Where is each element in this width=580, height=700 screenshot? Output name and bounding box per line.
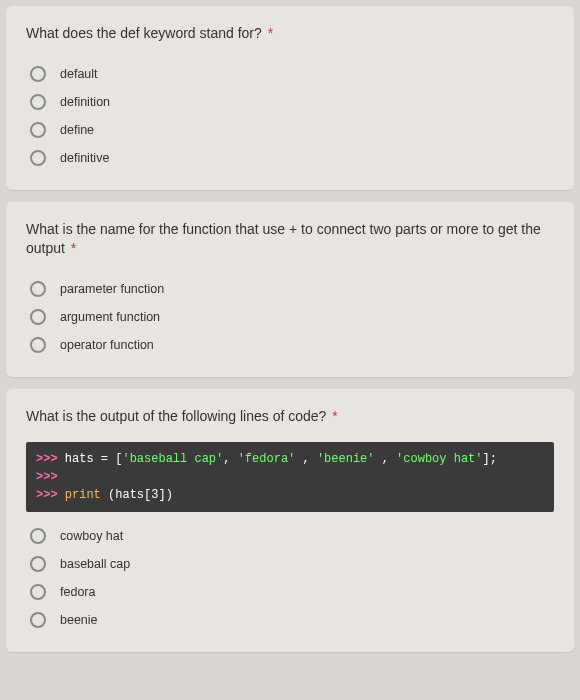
radio-icon — [30, 66, 46, 82]
radio-icon — [30, 612, 46, 628]
code-str: 'fedora' — [238, 452, 296, 466]
radio-icon — [30, 556, 46, 572]
option-label: definitive — [60, 151, 109, 165]
radio-icon — [30, 584, 46, 600]
required-marker: * — [332, 408, 337, 424]
option-3-0[interactable]: cowboy hat — [30, 522, 554, 550]
radio-icon — [30, 337, 46, 353]
option-label: beenie — [60, 613, 98, 627]
option-label: parameter function — [60, 282, 164, 296]
option-1-3[interactable]: definitive — [30, 144, 554, 172]
code-close: ]; — [483, 452, 497, 466]
question-text-3: What is the output of the following line… — [26, 407, 554, 427]
question-card-3: What is the output of the following line… — [6, 389, 574, 653]
code-prompt: >>> — [36, 452, 65, 466]
code-eq: = — [101, 452, 115, 466]
option-3-3[interactable]: beenie — [30, 606, 554, 634]
code-block: >>> hats = ['baseball cap', 'fedora' , '… — [26, 442, 554, 512]
radio-icon — [30, 94, 46, 110]
radio-icon — [30, 150, 46, 166]
code-comma: , — [295, 452, 317, 466]
code-str: 'cowboy hat' — [396, 452, 482, 466]
option-label: define — [60, 123, 94, 137]
option-1-0[interactable]: default — [30, 60, 554, 88]
code-str: 'baseball cap' — [122, 452, 223, 466]
question-card-2: What is the name for the function that u… — [6, 202, 574, 377]
radio-icon — [30, 309, 46, 325]
option-2-2[interactable]: operator function — [30, 331, 554, 359]
radio-icon — [30, 528, 46, 544]
option-label: default — [60, 67, 98, 81]
code-str: 'beenie' — [317, 452, 375, 466]
option-label: baseball cap — [60, 557, 130, 571]
radio-icon — [30, 281, 46, 297]
question-1-label: What does the def keyword stand for? — [26, 25, 262, 41]
code-comma: , — [375, 452, 397, 466]
option-label: argument function — [60, 310, 160, 324]
option-1-1[interactable]: definition — [30, 88, 554, 116]
option-3-2[interactable]: fedora — [30, 578, 554, 606]
required-marker: * — [268, 25, 273, 41]
code-kw: print — [65, 488, 101, 502]
code-var: hats — [65, 452, 101, 466]
code-prompt: >>> — [36, 488, 65, 502]
option-3-1[interactable]: baseball cap — [30, 550, 554, 578]
option-2-1[interactable]: argument function — [30, 303, 554, 331]
question-card-1: What does the def keyword stand for? * d… — [6, 6, 574, 190]
code-rest: (hats[3]) — [101, 488, 173, 502]
question-text-2: What is the name for the function that u… — [26, 220, 554, 259]
code-comma: , — [223, 452, 237, 466]
question-3-label: What is the output of the following line… — [26, 408, 326, 424]
option-label: definition — [60, 95, 110, 109]
question-2-label: What is the name for the function that u… — [26, 221, 541, 257]
radio-icon — [30, 122, 46, 138]
option-label: operator function — [60, 338, 154, 352]
option-2-0[interactable]: parameter function — [30, 275, 554, 303]
code-prompt: >>> — [36, 470, 58, 484]
question-text-1: What does the def keyword stand for? * — [26, 24, 554, 44]
option-1-2[interactable]: define — [30, 116, 554, 144]
required-marker: * — [71, 240, 76, 256]
option-label: fedora — [60, 585, 95, 599]
option-label: cowboy hat — [60, 529, 123, 543]
